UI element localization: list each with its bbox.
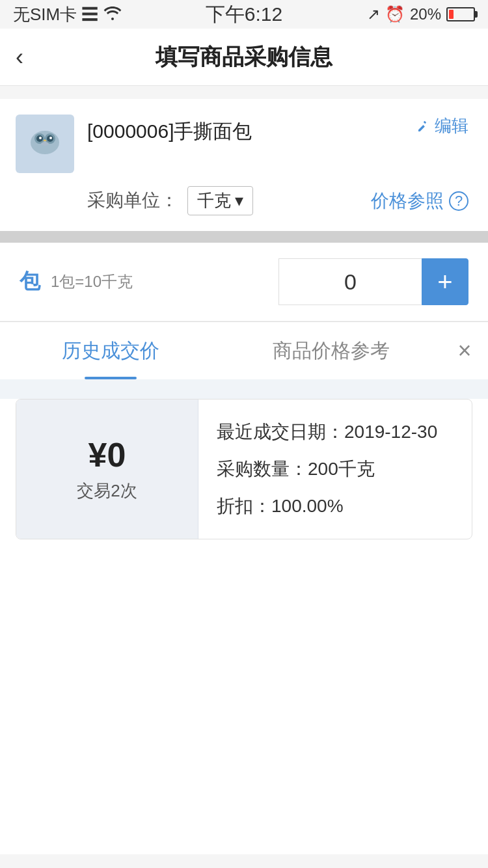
svg-point-6 bbox=[49, 137, 52, 139]
tab-price-ref[interactable]: 商品价格参考 bbox=[221, 322, 441, 379]
product-logo-icon bbox=[25, 122, 64, 167]
tab-content: ¥0 交易2次 最近成交日期：2019-12-30 采购数量：200千克 折扣：… bbox=[0, 399, 488, 854]
tabs-container: 历史成交价 商品价格参考 × ¥0 交易2次 最近成交日期：2019-12-30… bbox=[0, 321, 488, 854]
section-divider bbox=[0, 231, 488, 243]
history-card: ¥0 交易2次 最近成交日期：2019-12-30 采购数量：200千克 折扣：… bbox=[16, 399, 472, 539]
history-price-section: ¥0 交易2次 bbox=[16, 400, 198, 539]
product-name: [0000006]手撕面包 bbox=[87, 115, 252, 145]
status-carrier: 无SIM卡 ☰ bbox=[13, 3, 122, 26]
quantity-plus-button[interactable]: + bbox=[422, 258, 468, 305]
svg-point-5 bbox=[39, 137, 42, 139]
history-details-section: 最近成交日期：2019-12-30 采购数量：200千克 折扣：100.00% bbox=[198, 400, 472, 539]
status-indicators: ↗ ⏰ 20% bbox=[367, 5, 475, 23]
battery-percent: 20% bbox=[410, 5, 441, 23]
unit-label-group: 采购单位： 千克 ▾ bbox=[87, 186, 253, 215]
tabs-header: 历史成交价 商品价格参考 × bbox=[0, 322, 488, 379]
quantity-left: 包 1包=10千克 bbox=[20, 267, 133, 296]
quantity-row: 包 1包=10千克 + bbox=[0, 243, 488, 321]
status-bar: 无SIM卡 ☰ 下午6:12 ↗ ⏰ 20% bbox=[0, 0, 488, 29]
alarm-icon: ⏰ bbox=[385, 5, 405, 23]
quantity-conversion-text: 1包=10千克 bbox=[51, 271, 133, 292]
product-left: [0000006]手撕面包 bbox=[16, 115, 252, 173]
history-date-row: 最近成交日期：2019-12-30 bbox=[217, 419, 454, 444]
history-quantity-row: 采购数量：200千克 bbox=[217, 456, 454, 481]
quantity-unit-label: 包 bbox=[20, 267, 40, 296]
back-button[interactable]: ‹ bbox=[16, 44, 23, 71]
unit-select[interactable]: 千克 ▾ bbox=[187, 186, 253, 215]
product-card: [0000006]手撕面包 编辑 采购单位： 千克 ▾ 价格参照 ? bbox=[0, 99, 488, 231]
history-price-value: ¥0 bbox=[88, 435, 126, 474]
location-icon: ↗ bbox=[367, 5, 380, 23]
carrier-text: 无SIM卡 ☰ bbox=[13, 3, 98, 26]
battery-icon bbox=[446, 7, 475, 21]
svg-point-7 bbox=[41, 142, 49, 146]
status-time: 下午6:12 bbox=[206, 1, 282, 28]
wifi-icon bbox=[103, 5, 122, 25]
quantity-input-group: + bbox=[278, 258, 468, 305]
tab-active-indicator bbox=[85, 377, 137, 379]
nav-bar: ‹ 填写商品采购信息 bbox=[0, 29, 488, 86]
price-ref-help-icon: ? bbox=[449, 191, 468, 211]
unit-label: 采购单位： bbox=[87, 190, 178, 210]
product-unit-row: 采购单位： 千克 ▾ 价格参照 ? bbox=[16, 186, 468, 215]
quantity-input[interactable] bbox=[278, 258, 422, 305]
tab-history-price[interactable]: 历史成交价 bbox=[0, 322, 221, 379]
history-trades-count: 交易2次 bbox=[77, 480, 137, 502]
price-ref-button[interactable]: 价格参照 ? bbox=[371, 189, 468, 213]
tab-close-button[interactable]: × bbox=[441, 322, 488, 379]
page-title: 填写商品采购信息 bbox=[156, 42, 332, 72]
history-discount-row: 折扣：100.00% bbox=[217, 493, 454, 519]
product-thumbnail bbox=[16, 115, 74, 173]
edit-button[interactable]: 编辑 bbox=[416, 115, 468, 137]
dropdown-arrow-icon: ▾ bbox=[235, 191, 243, 211]
product-header: [0000006]手撕面包 编辑 bbox=[16, 115, 468, 173]
